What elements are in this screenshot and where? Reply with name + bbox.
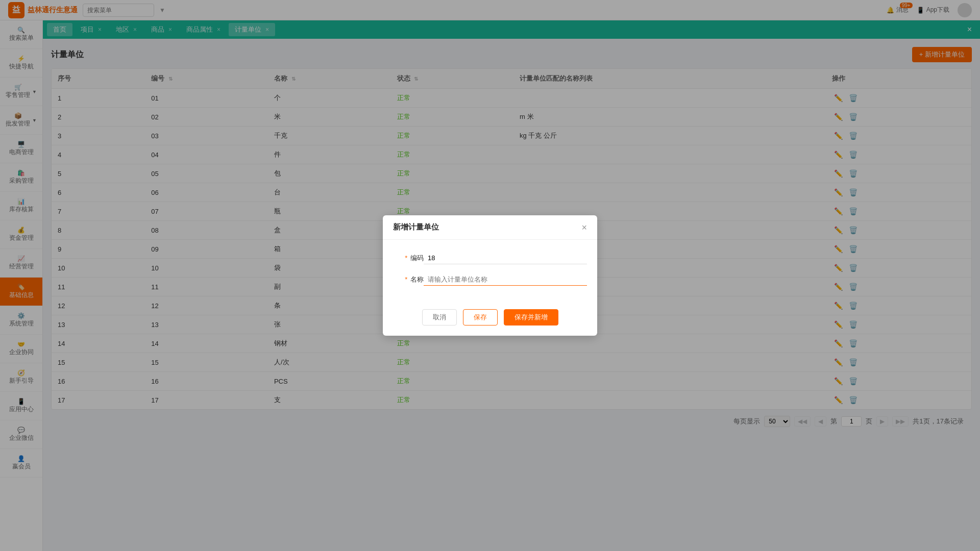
modal-title: 新增计量单位 — [393, 222, 439, 232]
cancel-button[interactable]: 取消 — [422, 309, 457, 325]
name-form-row: * 名称 — [393, 273, 587, 286]
code-input[interactable] — [424, 252, 587, 264]
modal-close-button[interactable]: × — [581, 223, 587, 232]
modal-overlay[interactable]: 新增计量单位 × * 编码 * 名称 取消 保存 保存并新增 — [0, 0, 980, 551]
name-label: * 名称 — [393, 275, 424, 284]
add-unit-modal: 新增计量单位 × * 编码 * 名称 取消 保存 保存并新增 — [383, 215, 597, 336]
required-mark: * — [405, 254, 407, 262]
name-input[interactable] — [424, 273, 587, 286]
required-mark: * — [405, 276, 407, 283]
code-form-row: * 编码 — [393, 252, 587, 264]
modal-footer: 取消 保存 保存并新增 — [383, 303, 597, 336]
modal-body: * 编码 * 名称 — [383, 240, 597, 303]
save-new-button[interactable]: 保存并新增 — [504, 309, 558, 325]
save-button[interactable]: 保存 — [463, 309, 498, 325]
code-label: * 编码 — [393, 254, 424, 263]
modal-header: 新增计量单位 × — [383, 215, 597, 240]
